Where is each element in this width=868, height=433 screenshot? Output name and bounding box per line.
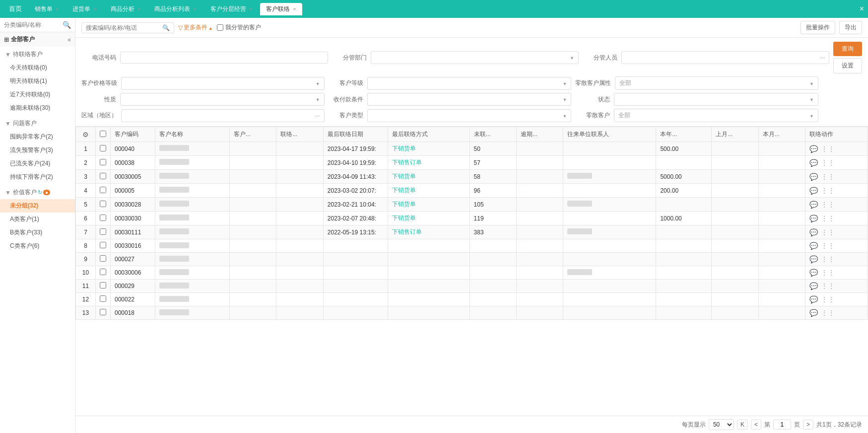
more-action-icon[interactable]: ⋮⋮: [821, 282, 835, 290]
row-checkbox-cell[interactable]: [96, 293, 111, 306]
row-select-checkbox[interactable]: [100, 295, 106, 302]
more-action-icon[interactable]: ⋮⋮: [821, 173, 835, 181]
dept-select[interactable]: [371, 51, 579, 64]
row-checkbox-cell[interactable]: [96, 280, 111, 293]
more-action-icon[interactable]: ⋮⋮: [821, 159, 835, 167]
row-checkbox-cell[interactable]: [96, 198, 111, 212]
page-size-select[interactable]: 50 100 200: [709, 419, 734, 430]
tab-product-analysis[interactable]: 商品分析 ×: [105, 3, 146, 15]
more-action-icon[interactable]: ⋮⋮: [821, 309, 835, 317]
message-action-icon[interactable]: 💬: [809, 215, 818, 222]
my-customers-checkbox-label[interactable]: 我分管的客户: [217, 23, 261, 32]
row-checkbox-cell[interactable]: [96, 170, 111, 184]
row-checkbox-cell[interactable]: [96, 225, 111, 239]
message-action-icon[interactable]: 💬: [809, 255, 818, 263]
staff-select[interactable]: ···: [621, 51, 829, 64]
close-customer-contact-icon[interactable]: ×: [293, 6, 296, 12]
more-action-icon[interactable]: ⋮⋮: [821, 201, 835, 209]
message-action-icon[interactable]: 💬: [809, 187, 818, 195]
row-checkbox-cell[interactable]: [96, 184, 111, 198]
message-action-icon[interactable]: 💬: [809, 269, 818, 277]
row-select-checkbox[interactable]: [100, 255, 106, 262]
message-action-icon[interactable]: 💬: [809, 295, 818, 303]
col-checkbox-header[interactable]: [96, 127, 111, 142]
last-method-link[interactable]: 下销货单: [392, 145, 416, 152]
customer-type-select[interactable]: [367, 109, 572, 122]
home-tab[interactable]: 首页: [4, 2, 27, 15]
more-action-icon[interactable]: ⋮⋮: [821, 269, 835, 277]
tab-product-analysis-list[interactable]: 商品分析列表 ×: [148, 3, 202, 15]
row-select-checkbox[interactable]: [100, 159, 106, 165]
row-select-checkbox[interactable]: [100, 228, 106, 235]
tab-customer-contact[interactable]: 客户联络 ×: [260, 3, 302, 15]
sidebar-item-hoarding-anomaly[interactable]: 囤购异常客户(2): [0, 130, 75, 144]
value-refresh-icon[interactable]: ↻: [38, 189, 42, 196]
search-icon[interactable]: 🔍: [162, 24, 170, 31]
sidebar-collapse-icon[interactable]: «: [67, 36, 71, 43]
more-action-icon[interactable]: ⋮⋮: [821, 187, 835, 195]
sidebar-item-declining[interactable]: 持续下滑客户(2): [0, 170, 75, 184]
message-action-icon[interactable]: 💬: [809, 159, 818, 167]
first-page-button[interactable]: K: [737, 420, 748, 430]
export-button[interactable]: 导出: [839, 21, 862, 34]
batch-operations-button[interactable]: 批量操作: [801, 21, 835, 34]
sidebar-item-unclassified[interactable]: 未分组(32): [0, 199, 75, 213]
last-method-link[interactable]: 下销货单: [392, 173, 416, 180]
message-action-icon[interactable]: 💬: [809, 228, 818, 236]
sidebar-item-class-c[interactable]: C类客户(6): [0, 239, 75, 253]
last-method-link[interactable]: 下销货单: [392, 201, 416, 208]
table-settings-icon[interactable]: ⚙: [82, 131, 89, 139]
value-group-title[interactable]: ▼ 价值客户 ↻ ●: [0, 186, 75, 199]
close-customer-strat-icon[interactable]: ×: [249, 6, 252, 12]
close-window-button[interactable]: ×: [860, 4, 864, 13]
message-action-icon[interactable]: 💬: [809, 242, 818, 250]
tab-sales-order[interactable]: 销售单 ×: [29, 3, 65, 15]
sidebar-item-class-a[interactable]: A类客户(1): [0, 213, 75, 226]
prev-page-button[interactable]: <: [751, 420, 761, 430]
close-product-analysis-list-icon[interactable]: ×: [193, 6, 196, 12]
last-method-link[interactable]: 下销售订单: [392, 228, 422, 235]
last-method-link[interactable]: 下销售订单: [392, 159, 422, 166]
close-product-analysis-icon[interactable]: ×: [137, 6, 140, 12]
my-customers-checkbox[interactable]: [217, 24, 223, 31]
next-page-button[interactable]: >: [803, 420, 813, 430]
tab-customer-stratification[interactable]: 客户分层经营 ×: [204, 3, 258, 15]
sidebar-item-today-pending[interactable]: 今天待联络(0): [0, 61, 75, 74]
more-action-icon[interactable]: ⋮⋮: [821, 145, 835, 153]
more-action-icon[interactable]: ⋮⋮: [821, 242, 835, 250]
page-number-input[interactable]: [773, 420, 791, 430]
payment-select[interactable]: [367, 93, 572, 106]
last-method-link[interactable]: 下销货单: [392, 187, 416, 194]
pending-group-title[interactable]: ▼ 待联络客户: [0, 48, 75, 61]
row-checkbox-cell[interactable]: [96, 212, 111, 225]
price-level-select[interactable]: [121, 77, 325, 90]
more-conditions-button[interactable]: ▽ 更多条件: [178, 23, 213, 32]
sidebar-item-tomorrow-pending[interactable]: 明天待联络(1): [0, 74, 75, 88]
sidebar-search-icon[interactable]: 🔍: [63, 21, 71, 29]
close-purchase-order-icon[interactable]: ×: [93, 6, 96, 12]
row-select-checkbox[interactable]: [100, 309, 106, 315]
sidebar-item-class-b[interactable]: B类客户(33): [0, 226, 75, 239]
query-button[interactable]: 查询: [833, 42, 862, 56]
row-select-checkbox[interactable]: [100, 242, 106, 248]
phone-input[interactable]: [120, 52, 328, 64]
message-action-icon[interactable]: 💬: [809, 309, 818, 317]
reset-button[interactable]: 设置: [833, 58, 862, 73]
more-action-icon[interactable]: ⋮⋮: [821, 228, 835, 236]
row-select-checkbox[interactable]: [100, 215, 106, 221]
tab-purchase-order[interactable]: 进货单 ×: [67, 3, 102, 15]
row-select-checkbox[interactable]: [100, 173, 106, 179]
customer-level-select[interactable]: [367, 77, 572, 90]
all-customers-section[interactable]: ⊞ 全部客户 «: [0, 32, 75, 47]
row-select-checkbox[interactable]: [100, 269, 106, 275]
sidebar-item-7days-pending[interactable]: 近7天待联络(0): [0, 88, 75, 101]
sidebar-item-churn-warning[interactable]: 流失预警客户(3): [0, 144, 75, 157]
search-input[interactable]: [86, 24, 160, 31]
message-action-icon[interactable]: 💬: [809, 145, 818, 153]
row-checkbox-cell[interactable]: [96, 253, 111, 266]
region-select[interactable]: ···: [121, 109, 325, 122]
row-checkbox-cell[interactable]: [96, 266, 111, 280]
sidebar-item-churned[interactable]: 已流失客户(24): [0, 157, 75, 170]
row-select-checkbox[interactable]: [100, 187, 106, 193]
more-action-icon[interactable]: ⋮⋮: [821, 255, 835, 263]
